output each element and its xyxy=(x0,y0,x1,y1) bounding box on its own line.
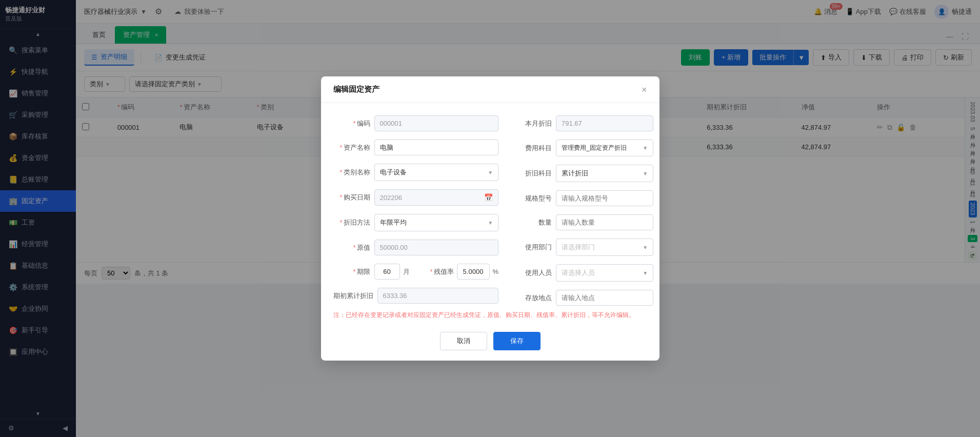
form-row-person: 使用人员 请选择人员 ▼ xyxy=(515,264,653,282)
dep-method-label: *折旧方法 xyxy=(333,218,370,227)
expense-subject-select[interactable]: 管理费用_固定资产折旧 ▼ xyxy=(556,140,653,156)
original-value-input[interactable] xyxy=(374,240,499,255)
period-residual-row: 月 *残值率 % xyxy=(374,264,499,280)
department-placeholder: 请选择部门 xyxy=(562,243,595,252)
location-input[interactable] xyxy=(556,290,653,306)
dep-method-value: 年限平均 xyxy=(380,218,407,227)
dep-method-select[interactable]: 年限平均 ▼ xyxy=(374,214,499,231)
chevron-down-icon: ▼ xyxy=(643,270,648,276)
chevron-down-icon: ▼ xyxy=(643,145,648,151)
modal-overlay: 编辑固定资产 × *编码 *资产名称 xyxy=(0,0,980,437)
form-right: 本月折旧 费用科目 管理费用_固定资产折旧 ▼ 折旧科目 xyxy=(515,115,653,306)
purchase-date-label: *购买日期 xyxy=(333,193,370,202)
modal-body: *编码 *资产名称 *类别名称 xyxy=(321,103,659,324)
spec-input[interactable] xyxy=(556,190,653,206)
person-placeholder: 请选择人员 xyxy=(562,268,595,277)
period-label: *期限 xyxy=(333,267,370,276)
asset-name-label: *资产名称 xyxy=(333,143,370,152)
department-select[interactable]: 请选择部门 ▼ xyxy=(556,239,653,256)
modal-title: 编辑固定资产 xyxy=(333,85,379,94)
form-row-purchase-date: *购买日期 202206 📅 xyxy=(333,189,499,206)
form-row-location: 存放地点 xyxy=(515,290,653,306)
chevron-down-icon: ▼ xyxy=(643,171,648,176)
form-row-period: *期限 月 *残值率 % xyxy=(333,264,499,280)
chevron-down-icon: ▼ xyxy=(488,170,493,175)
monthly-dep-input xyxy=(556,115,653,131)
expense-subject-value: 管理费用_固定资产折旧 xyxy=(562,144,627,152)
calendar-icon[interactable]: 📅 xyxy=(484,193,493,202)
initial-acc-input[interactable] xyxy=(377,288,499,304)
residual-rate-unit: % xyxy=(493,268,499,275)
form-row-dep-subject: 折旧科目 累计折旧 ▼ xyxy=(515,165,653,182)
category-select[interactable]: 电子设备 ▼ xyxy=(374,164,499,181)
monthly-dep-label: 本月折旧 xyxy=(515,119,552,128)
location-label: 存放地点 xyxy=(515,293,552,303)
modal-close-button[interactable]: × xyxy=(642,85,647,94)
dep-subject-label: 折旧科目 xyxy=(515,169,552,178)
spec-label: 规格型号 xyxy=(515,194,552,203)
residual-rate-input[interactable] xyxy=(457,264,490,280)
dep-subject-value: 累计折旧 xyxy=(562,169,588,178)
chevron-down-icon: ▼ xyxy=(488,220,493,226)
save-button[interactable]: 保存 xyxy=(493,332,541,350)
form-row-expense-subject: 费用科目 管理费用_固定资产折旧 ▼ xyxy=(515,140,653,156)
form-row-category: *类别名称 电子设备 ▼ xyxy=(333,164,499,181)
category-select-value: 电子设备 xyxy=(380,168,407,177)
form-row-dep-method: *折旧方法 年限平均 ▼ xyxy=(333,214,499,231)
person-label: 使用人员 xyxy=(515,268,552,277)
cancel-button[interactable]: 取消 xyxy=(440,332,487,350)
department-label: 使用部门 xyxy=(515,243,552,252)
chevron-down-icon: ▼ xyxy=(643,245,648,250)
modal-footer: 取消 保存 xyxy=(321,324,659,361)
quantity-input[interactable] xyxy=(556,214,653,230)
quantity-label: 数量 xyxy=(515,218,552,227)
form-row-code: *编码 xyxy=(333,115,499,131)
code-input[interactable] xyxy=(374,115,499,131)
edit-fixed-asset-modal: 编辑固定资产 × *编码 *资产名称 xyxy=(321,76,659,361)
form-note: 注：已经存在变更记录或者对应固定资产已经生成凭证，原值、购买日期、残值率、累计折… xyxy=(333,306,647,324)
form-row-spec: 规格型号 xyxy=(515,190,653,206)
period-unit: 月 xyxy=(403,267,410,276)
form-row-original-value: *原值 xyxy=(333,240,499,255)
residual-rate-label: *残值率 xyxy=(417,267,454,276)
code-label: *编码 xyxy=(333,119,370,128)
category-label: *类别名称 xyxy=(333,168,370,177)
form-left: *编码 *资产名称 *类别名称 xyxy=(333,115,499,306)
form-row-asset-name: *资产名称 xyxy=(333,140,499,155)
dep-subject-select[interactable]: 累计折旧 ▼ xyxy=(556,165,653,182)
period-input[interactable] xyxy=(374,264,400,280)
person-select[interactable]: 请选择人员 ▼ xyxy=(556,264,653,282)
form-row-quantity: 数量 xyxy=(515,214,653,230)
purchase-date-value: 202206 xyxy=(380,194,485,202)
modal-header: 编辑固定资产 × xyxy=(321,76,659,103)
form-row-initial-acc: 期初累计折旧 xyxy=(333,288,499,304)
initial-acc-label: 期初累计折旧 xyxy=(333,291,373,301)
original-value-label: *原值 xyxy=(333,243,370,252)
asset-name-input[interactable] xyxy=(374,140,499,155)
expense-subject-label: 费用科目 xyxy=(515,144,552,153)
form-row-monthly-dep: 本月折旧 xyxy=(515,115,653,131)
form-row-department: 使用部门 请选择部门 ▼ xyxy=(515,239,653,256)
modal-form: *编码 *资产名称 *类别名称 xyxy=(333,115,647,306)
